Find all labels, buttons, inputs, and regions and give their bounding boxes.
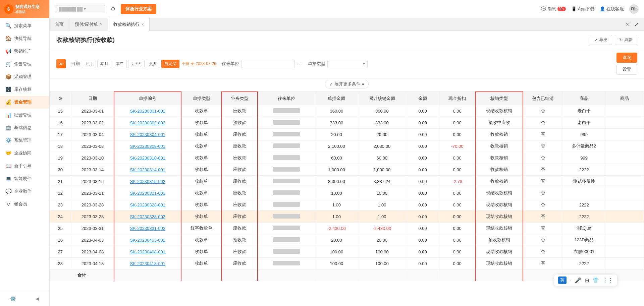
th-gear[interactable]: ⚙ xyxy=(50,92,71,105)
refresh-button[interactable]: ↻ 刷新 xyxy=(615,35,637,45)
sidebar-item-shortcut[interactable]: 🏠快捷导航 xyxy=(0,32,49,45)
doc-number-link[interactable]: SK-20230403-002 xyxy=(130,238,166,243)
sidebar-item-sales[interactable]: 🛒销售管理 xyxy=(0,58,49,70)
setting-button[interactable]: 设置 xyxy=(616,64,637,75)
sidebar-label-member: 畅会员 xyxy=(14,201,27,207)
doc-number-link[interactable]: SK-20230308-001 xyxy=(130,144,166,149)
cell-included: 否 xyxy=(523,152,562,164)
service-action[interactable]: 👤 在线客服 xyxy=(600,6,624,12)
cell-amount: 100.00 xyxy=(315,246,358,258)
table-row: 24 2023-03-28 SK-20230328-002 收款单 应收款 1.… xyxy=(50,211,644,223)
doc-number-link[interactable]: SK-20230331-002 xyxy=(130,226,166,231)
cell-serial: 18 xyxy=(50,140,71,152)
window-close-icon[interactable]: × xyxy=(624,21,631,28)
cell-date: 2023-03-08 xyxy=(71,140,114,152)
avatar[interactable]: Rit xyxy=(629,4,639,14)
logo-text-wrap: 畅捷通好生意 标推版 xyxy=(15,4,40,14)
ime-shirt-icon[interactable]: 👕 xyxy=(592,277,599,284)
cell-doc-type: 收款单 xyxy=(181,129,222,140)
last-month-btn[interactable]: 上月 xyxy=(82,60,96,68)
tab-collection[interactable]: 收款核销执行 × xyxy=(108,18,150,31)
sidebar-label-corp: 企业协同 xyxy=(14,150,32,156)
filter-toggle-button[interactable]: ≫ xyxy=(56,59,66,68)
cell-included: 否 xyxy=(523,176,562,187)
doc-number-link[interactable]: SK-20230328-002 xyxy=(130,214,166,219)
cell-cancel-type: 现结收款核销 xyxy=(475,258,523,269)
footer-biz-type xyxy=(222,269,258,281)
doc-number-link[interactable]: SK-20230314-001 xyxy=(130,167,166,172)
service-label: 在线客服 xyxy=(606,6,624,12)
solution-button[interactable]: 体验行业方案 xyxy=(121,4,156,14)
cell-serial: 28 xyxy=(50,258,71,269)
sidebar-label-sales: 销售管理 xyxy=(14,61,32,67)
app-download-action[interactable]: 📱 App下载 xyxy=(571,6,594,12)
sidebar-item-system[interactable]: ⚙️系统管理 xyxy=(0,134,49,147)
tab-prepay[interactable]: 预付/应付单 × xyxy=(69,18,108,31)
expand-chevron-icon: ▾ xyxy=(362,82,364,87)
doc-number-link[interactable]: SK-20230302-002 xyxy=(130,120,166,125)
sidebar-item-member[interactable]: V畅会员 xyxy=(0,198,49,210)
query-button[interactable]: 查询 xyxy=(616,53,637,63)
ime-mic-icon[interactable]: 🎤 xyxy=(575,277,581,284)
sidebar-item-wechat[interactable]: 💬企业微信 xyxy=(0,185,49,198)
tab-home[interactable]: 首页 xyxy=(50,18,69,31)
sidebar-item-purchase[interactable]: 📦采购管理 xyxy=(0,70,49,83)
sidebar-item-marketing[interactable]: 📢营销推广 xyxy=(0,45,49,58)
cell-biz-type: 应收款 xyxy=(222,211,258,223)
gear-settings-icon[interactable]: ⚙ xyxy=(58,96,62,101)
tab-prepay-close[interactable]: × xyxy=(100,22,102,27)
export-button[interactable]: ↗ 导出 xyxy=(590,35,612,45)
partner-filter-input[interactable] xyxy=(241,60,295,68)
collapse-icon[interactable]: ◀ xyxy=(34,294,41,303)
doc-number-link[interactable]: SK-20230304-001 xyxy=(130,132,166,137)
ime-apps-icon[interactable]: ⋮⋮ xyxy=(602,277,613,284)
sidebar-item-search[interactable]: 🔍搜索菜单 xyxy=(0,19,49,32)
refresh-label: 刷新 xyxy=(624,37,633,43)
sidebar-item-basics[interactable]: 🏢基础信息 xyxy=(0,121,49,134)
ime-grid-icon[interactable]: ⊞ xyxy=(585,277,589,284)
sidebar-item-corp[interactable]: 🤝企业协同 xyxy=(0,147,49,160)
company-select[interactable]: ██████ ██ ▾ xyxy=(55,5,105,13)
doc-number-link[interactable]: SK-20230328-001 xyxy=(130,202,166,207)
th-goods: 商品 xyxy=(562,92,605,105)
custom-date-btn[interactable]: 自定义 xyxy=(161,60,179,68)
filter-dots[interactable]: ··· xyxy=(297,61,303,66)
guide-icon: 📖 xyxy=(5,163,11,169)
doc-number-link[interactable]: SK-20230315-002 xyxy=(130,179,166,184)
message-action[interactable]: 💬 消息 99+ xyxy=(541,6,566,12)
last-7-days-btn[interactable]: 近7天 xyxy=(128,60,145,68)
table-row: 18 2023-03-08 SK-20230308-001 收款单 应收款 2,… xyxy=(50,140,644,152)
this-month-btn[interactable]: 本月 xyxy=(97,60,111,68)
settings-icon[interactable]: ⚙️ xyxy=(8,294,18,303)
type-select[interactable] xyxy=(327,60,368,68)
cell-included: 否 xyxy=(523,105,562,117)
doc-number-link[interactable]: SK-20230408-001 xyxy=(130,249,166,254)
cell-doc-type: 收款单 xyxy=(181,187,222,199)
doc-number-link[interactable]: SK-20230321-003 xyxy=(130,191,166,196)
sidebar-item-inventory[interactable]: 🗄️库存核算 xyxy=(0,83,49,96)
window-expand-icon[interactable]: ⤢ xyxy=(632,20,641,28)
doc-number-link[interactable]: SK-20230418-001 xyxy=(130,261,166,266)
this-year-btn[interactable]: 本年 xyxy=(113,60,127,68)
cell-serial: 25 xyxy=(50,223,71,234)
sidebar-item-guide[interactable]: 📖新手引导 xyxy=(0,160,49,172)
data-table-wrap[interactable]: ⚙ 日期 单据编号 单据类型 业务类型 往来单位 单据金额 累计核销金额 余额 … xyxy=(50,91,644,306)
cell-amount: 1.00 xyxy=(315,211,358,223)
more-date-btn[interactable]: 更多 xyxy=(146,60,160,68)
doc-number-link[interactable]: SK-20230310-001 xyxy=(130,156,166,161)
date-quick-btns: 上月 本月 本年 近7天 更多 自定义 xyxy=(82,60,179,68)
hardware-icon: 💻 xyxy=(5,176,11,182)
tab-collection-close[interactable]: × xyxy=(142,22,144,27)
expand-conditions-button[interactable]: ✓ 展开更多条件 ▾ xyxy=(325,80,369,88)
cell-goods2 xyxy=(605,187,644,199)
doc-number-link[interactable]: SK-20230301-002 xyxy=(130,109,166,114)
cell-balance: 0.00 xyxy=(406,246,439,258)
gear-icon[interactable]: ⚙ xyxy=(109,4,117,13)
type-filter-label: 单据类型 xyxy=(308,61,325,67)
cell-doc-type: 收款单 xyxy=(181,140,222,152)
sidebar-item-hardware[interactable]: 💻智能硬件 xyxy=(0,172,49,185)
cell-cancel-type: 现结收款核销 xyxy=(475,187,523,199)
sidebar-item-finance[interactable]: 💰资金管理 xyxy=(0,96,49,109)
cell-partner xyxy=(258,223,315,234)
sidebar-item-operations[interactable]: 📊经营管理 xyxy=(0,109,49,121)
